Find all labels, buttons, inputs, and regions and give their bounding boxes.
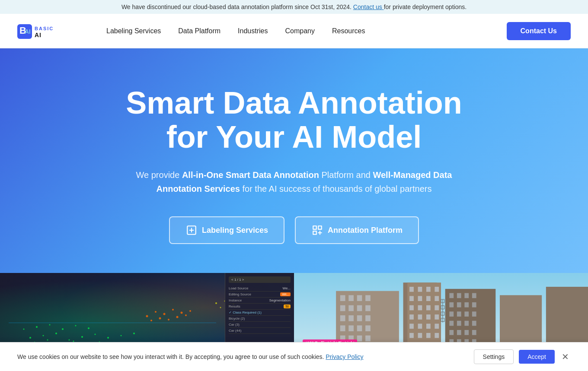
lidar-results-badge: 50	[284, 304, 291, 308]
svg-rect-98	[365, 336, 371, 342]
svg-point-27	[62, 328, 64, 330]
labeling-services-label: Labeling Services	[202, 226, 268, 235]
lidar-editing-badge: Wil...	[280, 292, 291, 296]
lidar-bicycle-row: Bicycle (2)	[229, 316, 291, 322]
svg-rect-50	[409, 287, 414, 292]
svg-point-34	[181, 312, 183, 314]
svg-text:AI: AI	[35, 32, 42, 38]
cookie-close-button[interactable]: ✕	[560, 350, 571, 359]
annotation-icon	[311, 224, 323, 236]
svg-rect-111	[472, 311, 476, 317]
cookie-actions: Settings Accept ✕	[474, 349, 571, 359]
svg-rect-112	[449, 321, 454, 326]
svg-rect-100	[449, 293, 454, 298]
hero-section: Smart Data Annotation for Your AI Model …	[0, 48, 588, 273]
svg-point-12	[69, 339, 70, 341]
svg-rect-91	[340, 325, 345, 331]
contact-us-button[interactable]: Contact Us	[507, 22, 571, 40]
svg-point-25	[36, 326, 38, 328]
svg-point-41	[215, 302, 217, 304]
announcement-text-after: for private deployment options.	[384, 3, 467, 10]
svg-point-28	[75, 325, 77, 327]
lidar-editing-row: Editing Source Wil...	[229, 292, 291, 298]
svg-rect-106	[464, 302, 469, 308]
logo[interactable]: B AI BASIC AI	[17, 22, 74, 40]
svg-rect-54	[409, 296, 414, 301]
announcement-text-before: We have discontinued our cloud-based dat…	[121, 3, 352, 10]
cookie-accept-button[interactable]: Accept	[519, 350, 555, 359]
cookie-text: We use cookies on our website to see how…	[17, 353, 457, 359]
lidar-source-value: We...	[282, 286, 291, 290]
svg-rect-6	[313, 226, 316, 229]
lidar-car1-row: Car (3)	[229, 322, 291, 328]
svg-rect-113	[457, 321, 461, 326]
svg-point-40	[185, 314, 187, 316]
lidar-class-label: ✓ Class Required (1)	[229, 311, 262, 314]
svg-rect-56	[426, 296, 431, 301]
svg-rect-94	[365, 325, 371, 331]
svg-rect-102	[464, 293, 469, 298]
nav-item-company[interactable]: Company	[278, 24, 321, 38]
nav-item-labeling-services[interactable]: Labeling Services	[99, 24, 168, 38]
svg-rect-82	[365, 295, 371, 301]
svg-rect-87	[340, 315, 345, 321]
lidar-class-row: ✓ Class Required (1)	[229, 310, 291, 316]
svg-rect-79	[340, 295, 345, 301]
cookie-settings-button[interactable]: Settings	[474, 349, 514, 359]
labeling-services-button[interactable]: Labeling Services	[169, 216, 284, 244]
privacy-policy-link[interactable]: Privacy Policy	[326, 353, 363, 359]
svg-point-33	[172, 309, 174, 311]
svg-rect-117	[457, 330, 461, 335]
svg-rect-63	[418, 314, 422, 320]
announcement-contact-link[interactable]: Contact us	[353, 3, 384, 10]
lidar-seg-value: Segmentation	[269, 298, 291, 302]
svg-rect-89	[357, 315, 362, 321]
nav-item-resources[interactable]: Resources	[325, 24, 372, 38]
nav-item-industries[interactable]: Industries	[231, 24, 275, 38]
svg-point-29	[88, 327, 89, 329]
svg-point-16	[121, 335, 122, 336]
svg-point-24	[23, 329, 25, 330]
labeling-icon	[185, 224, 198, 236]
lidar-type-row: Instance Segmentation	[229, 298, 291, 304]
svg-rect-80	[348, 295, 354, 301]
svg-point-30	[146, 315, 148, 317]
lidar-editing-label: Editing Source	[229, 292, 251, 296]
svg-rect-103	[472, 293, 476, 298]
svg-rect-119	[472, 330, 476, 335]
lidar-nav: < 1 / 1 >	[229, 276, 291, 283]
svg-point-19	[47, 339, 48, 341]
svg-rect-68	[426, 323, 431, 329]
svg-rect-72	[426, 333, 431, 338]
svg-rect-58	[409, 305, 414, 311]
svg-rect-69	[435, 323, 439, 329]
annotation-platform-button[interactable]: Annotation Platform	[295, 216, 419, 244]
svg-rect-86	[365, 305, 371, 311]
svg-point-39	[176, 316, 179, 318]
svg-rect-85	[357, 305, 362, 311]
svg-rect-70	[409, 333, 414, 338]
svg-rect-73	[435, 333, 439, 338]
lidar-source-label: Load Source	[229, 286, 248, 290]
svg-rect-67	[418, 323, 422, 329]
nav-item-data-platform[interactable]: Data Platform	[171, 24, 227, 38]
svg-rect-93	[357, 325, 362, 331]
svg-rect-66	[409, 323, 414, 329]
svg-rect-108	[449, 311, 454, 317]
svg-rect-92	[348, 325, 354, 331]
hero-title-line2: for Your AI Model	[166, 120, 422, 154]
svg-rect-61	[435, 305, 439, 311]
svg-rect-116	[449, 330, 454, 335]
lidar-nav-text: < 1 / 1 >	[231, 278, 244, 282]
svg-rect-55	[418, 296, 422, 301]
svg-rect-59	[418, 305, 422, 311]
hero-subtitle-middle: Platform and	[319, 170, 373, 180]
svg-rect-81	[357, 295, 362, 301]
svg-rect-104	[449, 302, 454, 308]
svg-rect-71	[418, 333, 422, 338]
svg-point-36	[150, 320, 152, 321]
cookie-bar: We use cookies on our website to see how…	[0, 342, 588, 359]
svg-rect-118	[464, 330, 469, 335]
svg-rect-97	[357, 336, 362, 342]
hero-title: Smart Data Annotation for Your AI Model	[126, 86, 462, 154]
